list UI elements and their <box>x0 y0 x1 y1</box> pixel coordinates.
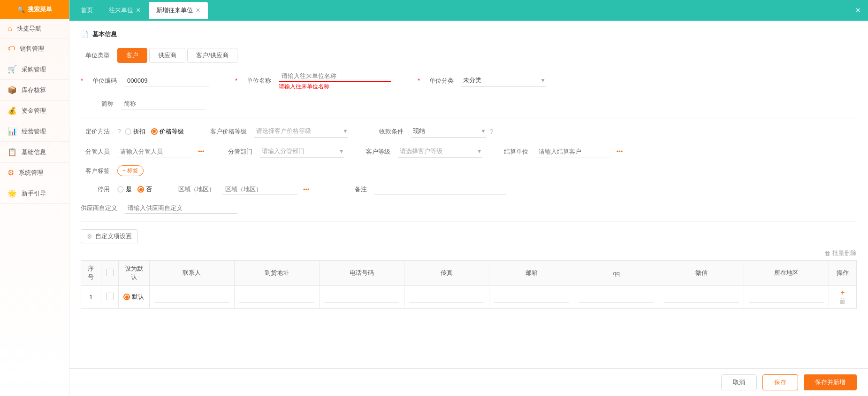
radio-no[interactable]: 否 <box>137 185 152 194</box>
row-address-input[interactable] <box>239 291 314 303</box>
settlement-more-icon[interactable]: ••• <box>615 148 625 155</box>
tab-partners-close[interactable]: × <box>136 7 140 14</box>
row-phone[interactable] <box>319 286 404 309</box>
customer-price-level-select[interactable]: 请选择客户价格等级 ▼ <box>254 125 348 138</box>
department-select[interactable]: 请输入分管部门 ▼ <box>260 145 344 158</box>
sidebar-item-purchase[interactable]: 🛒 采购管理 <box>0 59 69 80</box>
row-region-input[interactable] <box>749 291 824 303</box>
row-del-btn[interactable]: 🗑 <box>837 297 848 305</box>
sidebar-item-sales[interactable]: 🏷 销售管理 <box>0 39 69 59</box>
tab-new-partner[interactable]: 新增往来单位 × <box>149 2 207 19</box>
department-placeholder: 请输入分管部门 <box>260 147 339 155</box>
region-input[interactable] <box>222 184 297 195</box>
add-tag-button[interactable]: + 标签 <box>117 165 144 176</box>
row-email-input[interactable] <box>494 291 569 303</box>
unit-type-label: 单位类型 <box>81 51 114 60</box>
th-qq: qq <box>574 261 659 286</box>
sidebar-item-finance[interactable]: 💰 资金管理 <box>0 101 69 121</box>
payment-terms-arrow: ▼ <box>480 128 486 134</box>
customer-level-select[interactable]: 请选择客户等级 ▼ <box>398 145 482 158</box>
save-button[interactable]: 保存 <box>762 374 798 390</box>
row-contact-input[interactable] <box>154 291 229 303</box>
row-default-radio[interactable]: 默认 <box>123 293 145 301</box>
settlement-input[interactable] <box>536 146 611 157</box>
row-add-btn[interactable]: + <box>838 288 846 296</box>
gear-icon: ⚙ <box>87 233 92 240</box>
sidebar-item-basic-info[interactable]: 📋 基础信息 <box>0 142 69 163</box>
radio-no-circle <box>137 186 144 193</box>
short-name-label: 简称 <box>84 100 117 108</box>
custom-settings-button[interactable]: ⚙ 自定义项设置 <box>81 229 138 243</box>
btn-supplier[interactable]: 供应商 <box>149 48 185 63</box>
disable-radio-group: 是 否 <box>117 185 152 194</box>
btn-customer[interactable]: 客户 <box>117 48 147 63</box>
tab-partners[interactable]: 往来单位 × <box>101 2 148 19</box>
unit-name-input[interactable] <box>279 70 391 82</box>
settlement-label: 结算单位 <box>499 148 532 156</box>
row-contact[interactable] <box>149 286 234 309</box>
remark-input[interactable] <box>374 184 506 195</box>
sidebar-item-inventory[interactable]: 📦 库存核算 <box>0 80 69 101</box>
tabs-close-all[interactable]: × <box>852 4 864 17</box>
row-address[interactable] <box>234 286 319 309</box>
bottom-bar: 取消 保存 保存并新增 <box>69 368 868 396</box>
tab-new-partner-close[interactable]: × <box>196 7 200 14</box>
search-icon: 🔍 <box>17 6 25 13</box>
supplier-custom-row: 供应商自定义 <box>81 202 857 214</box>
sidebar-search[interactable]: 🔍 搜索菜单 <box>0 0 69 19</box>
row-checkbox-input[interactable] <box>106 293 114 300</box>
unit-category-label: 单位分类 <box>425 77 457 85</box>
row-checkbox[interactable] <box>101 286 118 309</box>
region-more-icon[interactable]: ••• <box>301 186 312 193</box>
select-all-checkbox[interactable] <box>106 269 114 276</box>
pricing-radio-group: 折扣 价格等级 <box>125 127 184 136</box>
basic-info-icon: 📋 <box>8 148 17 156</box>
contacts-table: 序号 设为默认 联系人 到货地址 电话号码 传真 邮箱 qq 微信 所在地区 操… <box>81 260 857 309</box>
cancel-button[interactable]: 取消 <box>721 374 757 390</box>
row-wechat[interactable] <box>659 286 744 309</box>
th-wechat: 微信 <box>659 261 744 286</box>
radio-discount[interactable]: 折扣 <box>125 127 145 136</box>
payment-terms-label: 收款条件 <box>374 127 407 136</box>
section-title: 📄 基本信息 <box>81 30 857 39</box>
tab-home[interactable]: 首页 <box>73 2 100 19</box>
manager-input[interactable] <box>117 146 192 157</box>
th-fax: 传真 <box>404 261 489 286</box>
system-icon: ⚙ <box>8 168 14 177</box>
sidebar-item-quick-nav[interactable]: ⌂ 快捷导航 <box>0 19 69 39</box>
pricing-help-icon[interactable]: ? <box>117 128 121 135</box>
btn-both[interactable]: 客户/供应商 <box>187 48 237 63</box>
unit-type-row: 单位类型 客户 供应商 客户/供应商 <box>81 48 857 63</box>
row-region[interactable] <box>744 286 829 309</box>
th-checkbox[interactable] <box>101 261 118 286</box>
unit-category-select[interactable]: 未分类 ▼ <box>461 74 546 87</box>
sidebar-item-newbie[interactable]: 🌟 新手引导 <box>0 183 69 204</box>
radio-price-level[interactable]: 价格等级 <box>151 127 184 136</box>
save-add-button[interactable]: 保存并新增 <box>804 374 857 390</box>
manager-more-icon[interactable]: ••• <box>196 148 206 155</box>
unit-code-input[interactable] <box>124 75 209 86</box>
inventory-icon: 📦 <box>8 85 17 94</box>
section-icon: 📄 <box>81 31 89 38</box>
customer-price-level-placeholder: 请选择客户价格等级 <box>254 127 343 135</box>
customer-level-label: 客户等级 <box>361 148 394 156</box>
sidebar-item-system[interactable]: ⚙ 系统管理 <box>0 163 69 183</box>
supplier-custom-input[interactable] <box>125 202 237 214</box>
payment-terms-select[interactable]: 现结 ▼ <box>411 125 486 138</box>
payment-help-icon[interactable]: ? <box>490 128 494 135</box>
radio-yes[interactable]: 是 <box>117 185 132 194</box>
row-email[interactable] <box>489 286 574 309</box>
disable-row: 停用 是 否 区域（地区） ••• 备注 <box>81 184 857 195</box>
sidebar-item-operations[interactable]: 📊 经营管理 <box>0 121 69 142</box>
batch-delete-area[interactable]: 🗑 批量删除 <box>81 249 857 257</box>
th-region: 所在地区 <box>744 261 829 286</box>
short-name-input[interactable] <box>121 98 206 109</box>
row-qq-input[interactable] <box>579 291 654 303</box>
row-fax-input[interactable] <box>409 291 484 303</box>
row-phone-input[interactable] <box>324 291 399 303</box>
unit-name-label: 单位名称 <box>242 77 275 85</box>
row-wechat-input[interactable] <box>664 291 739 303</box>
row-qq[interactable] <box>574 286 659 309</box>
pricing-row: 定价方法 ? 折扣 价格等级 客户价格等级 请选择客户价格等级 ▼ 收款条件 <box>81 125 857 138</box>
row-fax[interactable] <box>404 286 489 309</box>
